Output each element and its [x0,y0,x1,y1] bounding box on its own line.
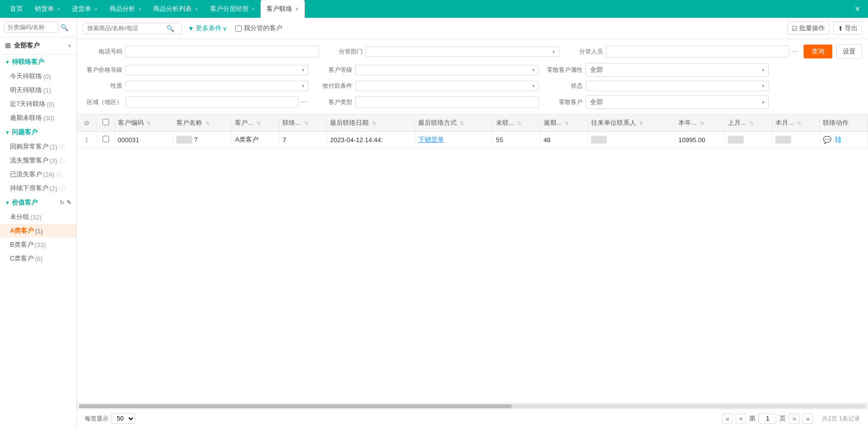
value-customers-edit-icon[interactable]: ✎ [66,199,71,206]
filter-search-icon[interactable]: 🔍 [166,25,174,32]
my-customers-checkbox-label[interactable]: 我分管的客户 [235,24,282,33]
sort-unit-contact-icon[interactable]: ⇅ [639,120,643,126]
close-all-tabs-button[interactable]: × [851,4,864,14]
sidebar-item-declining[interactable]: 持续下滑客户 (2) ⓘ [0,181,76,195]
status-select[interactable]: ▾ [586,81,769,91]
nature-select[interactable]: ▾ [125,81,309,91]
page-number-input[interactable] [759,414,776,424]
manager-input[interactable] [606,46,789,57]
sidebar-search-icon[interactable]: 🔍 [60,24,68,31]
filter-dept: 分管部门 ▾ [323,47,559,57]
sidebar-search-input[interactable] [4,22,58,33]
main-layout: 🔍 ⊞ 全部客户 « ▼ 待联络客户 今天待联络 (0) 明天待联络 (1) 近… [0,18,868,428]
nav-product-analysis-list[interactable]: 商品分析列表 × [147,0,204,18]
sort-last-date-icon[interactable]: ⇅ [372,120,376,126]
sidebar-item-c-class[interactable]: C类客户 (6) [0,252,76,266]
horizontal-scrollbar[interactable] [77,403,868,409]
nav-home[interactable]: 首页 [4,0,29,18]
page-size-select[interactable]: 50 [111,413,135,424]
my-customers-checkbox[interactable] [235,25,242,32]
row-checkbox[interactable] [103,136,109,142]
table-header-row: ⚙ 客户编码 ⇅ 客户名称 ⇅ 客户... ⇅ [77,114,868,132]
last-page-button[interactable]: » [803,414,813,424]
sidebar-item-ungrouped[interactable]: 未分组 (32) [0,210,76,224]
price-level-select[interactable]: ▾ [125,65,309,75]
sidebar-all-customers[interactable]: ⊞ 全部客户 « [0,37,76,54]
close-sales-order-icon[interactable]: × [57,6,60,12]
sort-last-month-icon[interactable]: ⇅ [750,120,754,126]
dept-select[interactable]: ▾ [366,47,559,57]
filter-search-input[interactable] [87,25,166,32]
nav-product-analysis[interactable]: 商品分析 × [104,0,147,18]
sort-contact-icon[interactable]: ⇅ [304,120,308,126]
col-header-this-year: 本年... ⇅ [675,114,725,132]
customer-level-select[interactable]: ▾ [355,65,539,75]
sidebar-item-lost-customers[interactable]: 已流失客户 (24) ⓘ [0,167,76,181]
sidebar-item-b-class[interactable]: B类客户 (33) [0,238,76,252]
close-customer-contact-icon[interactable]: × [295,6,298,12]
setting-button[interactable]: 设置 [836,44,862,59]
close-purchase-order-icon[interactable]: × [94,6,97,12]
dept-select-arrow: ▾ [552,49,555,54]
col-header-checkbox[interactable] [97,114,114,132]
payment-select[interactable]: ▾ [355,81,539,91]
sidebar-item-loss-warning[interactable]: 流失预警客户 (3) ⓘ [0,154,76,167]
sidebar-item-overdue-contact[interactable]: 逾期未联络 (30) [0,111,76,125]
next-page-button[interactable]: > [789,414,800,424]
close-product-analysis-list-icon[interactable]: × [195,6,198,12]
value-customers-refresh-icon[interactable]: ↻ [59,199,64,206]
sidebar-collapse-icon[interactable]: « [68,42,71,49]
filter-customer-level: 客户等级 ▾ [313,65,539,75]
export-button[interactable]: ⬆ 导出 [833,22,862,35]
sort-code-icon[interactable]: ⇅ [147,120,151,126]
payment-arrow: ▾ [532,83,535,89]
sidebar-item-tomorrow-contact[interactable]: 明天待联络 (1) [0,83,76,97]
sidebar-item-a-class[interactable]: A类客户 (1) [0,224,76,238]
status-arrow: ▾ [762,83,764,89]
nav-customer-tier[interactable]: 客户分层经营 × [204,0,261,18]
sort-level-icon[interactable]: ⇅ [257,120,261,126]
row-overdue: 48 [540,132,588,148]
sidebar-item-today-contact[interactable]: 今天待联络 (0) [0,69,76,83]
prev-page-button[interactable]: < [736,414,747,424]
sort-name-icon[interactable]: ⇅ [206,120,210,126]
select-all-checkbox[interactable] [103,119,109,125]
scrollbar-track [79,404,866,408]
phone-input[interactable] [125,46,319,57]
sort-uncontacted-icon[interactable]: ⇅ [517,120,521,126]
customer-type-input[interactable] [355,96,539,108]
sort-this-month-icon[interactable]: ⇅ [797,120,801,126]
nav-purchase-order[interactable]: 进货单 × [66,0,103,18]
sidebar-item-7days-contact[interactable]: 近7天待联络 (0) [0,97,76,111]
manager-dots-button[interactable]: ··· [789,47,800,56]
pending-contact-group-title[interactable]: ▼ 待联络客户 [0,54,76,69]
batch-operation-button[interactable]: ☑ 批量操作 [787,22,829,35]
info-icon-declining: ⓘ [59,185,65,192]
sort-overdue-icon[interactable]: ⇅ [565,120,569,126]
region-input[interactable] [125,96,298,108]
problem-customers-group-title[interactable]: ▼ 问题客户 [0,125,76,140]
close-customer-tier-icon[interactable]: × [252,6,255,12]
first-page-button[interactable]: « [722,414,733,424]
nav-customer-contact[interactable]: 客户联络 × [261,0,304,18]
nav-sales-order[interactable]: 销货单 × [29,0,66,18]
row-last-date: 2023-04-12 14:44: [327,132,415,148]
row-last-method: 下销货单 [415,132,492,148]
query-button[interactable]: 查询 [804,45,832,58]
action-link-icon[interactable]: ⛓ [834,136,841,144]
sort-this-year-icon[interactable]: ⇅ [700,120,704,126]
sort-last-method-icon[interactable]: ⇅ [460,120,464,126]
sidebar-item-repeat-anomaly[interactable]: 回购异常客户 (2) ⓘ [0,140,76,154]
close-product-analysis-icon[interactable]: × [138,6,141,12]
action-chat-icon[interactable]: 💬 [823,136,831,144]
region-dots-button[interactable]: ··· [298,98,309,107]
more-filters-button[interactable]: ▼ 更多条件 ∨ [188,24,227,33]
scrollbar-thumb[interactable] [79,404,512,408]
filter-retail-attr: 零散客户属性 全部 ▾ [543,63,769,77]
last-method-link[interactable]: 下销货单 [418,136,444,143]
row-checkbox-cell[interactable] [97,132,114,148]
value-customers-group-title[interactable]: ▼ 价值客户 ↻ ✎ [0,195,76,210]
retail-select[interactable]: 全部 ▾ [586,95,769,109]
retail-attr-select[interactable]: 全部 ▾ [586,63,769,77]
col-header-gear[interactable]: ⚙ [77,114,97,132]
